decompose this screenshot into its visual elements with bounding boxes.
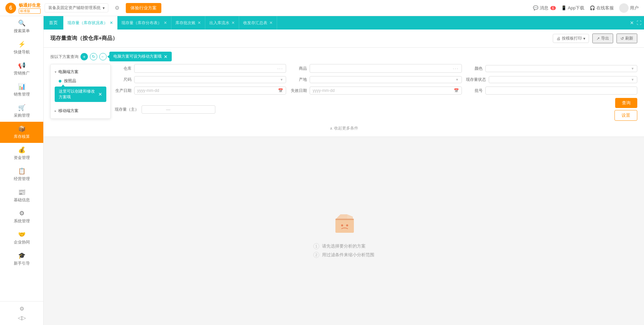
filter-area: 按以下方案查询 + ↻ ← 电脑方案可设为移动方案哦 ✕ <box>44 48 644 137</box>
filter-add-button[interactable]: + <box>80 53 88 60</box>
product-select[interactable]: ··· <box>310 64 462 73</box>
sidebar-label-quicknav: 快捷导航 <box>14 49 30 55</box>
sidebar-item-marketing[interactable]: 📢 营销推广 <box>0 58 43 79</box>
graduation-icon: 🎓 <box>18 252 25 259</box>
tooltip-schema-edit: 这里可以创建和修改方案哦 ✕ <box>55 87 106 102</box>
origin-select[interactable]: ▼ <box>310 76 462 83</box>
export-icon: ↗ <box>596 36 600 41</box>
collapse-button[interactable]: ∧ 收起更多条件 <box>50 124 637 132</box>
money-icon: 💰 <box>18 146 25 154</box>
reset-button[interactable]: 设置 <box>614 110 637 121</box>
sidebar-label-collab: 企业协同 <box>14 239 30 245</box>
quantity-range[interactable]: — <box>142 105 215 114</box>
user-label: 用户 <box>630 5 639 11</box>
message-icon: 💬 <box>533 5 538 10</box>
box-icon: 📦 <box>18 125 25 132</box>
sidebar-item-finance[interactable]: 💰 资金管理 <box>0 143 43 164</box>
document-icon: 📰 <box>18 188 25 196</box>
svg-point-3 <box>346 224 348 226</box>
logo-text: 畅通好生意 标准版 <box>19 2 41 14</box>
tab-inventory-dist[interactable]: 现存量（库存分布表） ✕ <box>117 16 171 30</box>
empty-tips: 1 请先选择要分析的方案 2 用过滤条件来缩小分析范围 <box>313 243 374 258</box>
refresh-button[interactable]: ↺ 刷新 <box>616 34 637 43</box>
filter-actions: 查询 设置 <box>614 98 637 121</box>
product-dots: ··· <box>453 66 459 71</box>
filter-field-status: 现存量状态 ▼ <box>466 76 637 83</box>
search-icon: 🔍 <box>18 19 25 27</box>
user-menu[interactable]: 用户 <box>619 3 639 13</box>
sidebar-item-guide[interactable]: 🎓 新手引导 <box>0 249 43 270</box>
sidebar-settings-icon[interactable]: ⚙ <box>19 306 24 312</box>
filter-sync-button[interactable]: ↻ <box>90 53 97 60</box>
refresh-icon: ↺ <box>621 36 624 41</box>
print-button[interactable]: 🖨 按模板打印 ▾ <box>553 34 589 43</box>
sidebar-item-purchase[interactable]: 🛒 采购管理 <box>0 101 43 122</box>
filter-field-quantity: 现存量（主） — <box>115 105 215 114</box>
empty-tip-2: 2 用过滤条件来缩小分析范围 <box>313 252 374 258</box>
app-download-button[interactable]: 📱 App下载 <box>561 5 584 11</box>
export-button[interactable]: ↗ 导出 <box>592 34 613 43</box>
sidebar-collapse-icon[interactable]: ◁▷ <box>18 315 26 321</box>
schema-tree-subitem[interactable]: 按照品 <box>51 77 110 85</box>
cart-icon: 🛒 <box>18 104 25 111</box>
tab-close-summary[interactable]: ✕ <box>269 21 273 25</box>
tab-bar: 首页 现存量（库存状况表） ✕ 现存量（库存分布表） ✕ 库存批次账 ✕ 出入库… <box>44 16 644 30</box>
tab-inout[interactable]: 出入库流水 ✕ <box>205 16 239 30</box>
schema-tree-item-desktop[interactable]: ▾ 电脑端方案 <box>51 67 110 77</box>
tab-summary[interactable]: 收发存汇总表 ✕ <box>239 16 277 30</box>
color-select[interactable]: ▼ <box>485 65 637 72</box>
phone-icon: 📱 <box>561 5 567 10</box>
sidebar-item-base[interactable]: 📰 基础信息 <box>0 185 43 206</box>
tab-home[interactable]: 首页 <box>44 16 63 30</box>
sidebar-item-collab[interactable]: 🤝 企业协同 <box>0 227 43 249</box>
settings-button[interactable]: ⚙ <box>112 3 122 13</box>
sidebar-label-sales: 销售管理 <box>14 92 30 97</box>
headset-icon: 🎧 <box>590 5 595 10</box>
empty-tip-1: 1 请先选择要分析的方案 <box>313 243 374 249</box>
sidebar-label-base: 基础信息 <box>14 197 30 203</box>
system-selector[interactable]: 装备及固定资产辅助管理系统 ▾ <box>45 3 108 12</box>
status-select[interactable]: ▼ <box>489 76 637 83</box>
schema-tree-item-mobile[interactable]: ▸ 移动端方案 <box>51 106 110 116</box>
filter-left-button[interactable]: ← <box>99 53 107 60</box>
tab-close-inventory-dist[interactable]: ✕ <box>164 21 167 25</box>
size-select[interactable]: ▼ <box>134 76 286 83</box>
sidebar-item-system[interactable]: ⚙ 系统管理 <box>0 206 43 227</box>
sidebar-item-operation[interactable]: 📋 经营管理 <box>0 164 43 185</box>
produce-date-input[interactable]: yyyy-mm-dd 📅 <box>134 87 286 95</box>
message-button[interactable]: 💬 消息 6 <box>533 5 556 11</box>
page-header: 现存量查询（按仓库+商品） 🖨 按模板打印 ▾ ↗ 导出 ↺ 刷新 <box>44 30 644 48</box>
calendar-icon-produce: 📅 <box>278 88 283 93</box>
sidebar-label-finance: 资金管理 <box>14 155 30 161</box>
quantity-min[interactable] <box>145 107 165 112</box>
tab-close-inventory-status[interactable]: ✕ <box>110 21 113 25</box>
svg-point-2 <box>341 224 343 226</box>
message-badge: 6 <box>550 6 556 10</box>
tab-batch[interactable]: 库存批次账 ✕ <box>171 16 205 30</box>
tab-inventory-status[interactable]: 现存量（库存状况表） ✕ <box>63 16 117 30</box>
sidebar-item-quicknav[interactable]: ⚡ 快捷导航 <box>0 37 43 58</box>
quantity-max[interactable] <box>172 107 192 112</box>
sidebar-item-search[interactable]: 🔍 搜索菜单 <box>0 16 43 37</box>
filter-field-color: 颜色 ▼ <box>466 65 637 72</box>
tab-close-batch[interactable]: ✕ <box>198 21 201 25</box>
warehouse-select[interactable]: ··· <box>134 64 286 73</box>
tooltip2-close[interactable]: ✕ <box>98 92 102 97</box>
search-button[interactable]: 查询 <box>615 98 637 108</box>
tab-fullscreen-icon[interactable]: ⛶ <box>637 20 641 25</box>
tooltip1-close[interactable]: ✕ <box>164 54 168 59</box>
chevron-down-color: ▼ <box>631 67 634 70</box>
sidebar-label-search: 搜索菜单 <box>14 28 30 34</box>
sidebar-item-inventory[interactable]: 📦 库存核算 <box>0 122 43 143</box>
system-name: 装备及固定资产辅助管理系统 <box>48 5 101 11</box>
expire-date-input[interactable]: yyyy-mm-dd 📅 <box>310 87 462 95</box>
tab-close-inout[interactable]: ✕ <box>231 21 235 25</box>
sidebar-label-marketing: 营销推广 <box>14 70 30 76</box>
sidebar-item-sales[interactable]: 📊 销售管理 <box>0 79 43 101</box>
tab-close-all-icon[interactable]: ✕ <box>630 20 634 25</box>
batch-input[interactable] <box>485 87 637 95</box>
chevron-down-origin: ▼ <box>455 78 459 82</box>
gear-icon: ⚙ <box>19 210 24 217</box>
support-button[interactable]: 🎧 在线客服 <box>590 5 614 11</box>
industry-button[interactable]: 体验行业方案 <box>126 3 161 13</box>
